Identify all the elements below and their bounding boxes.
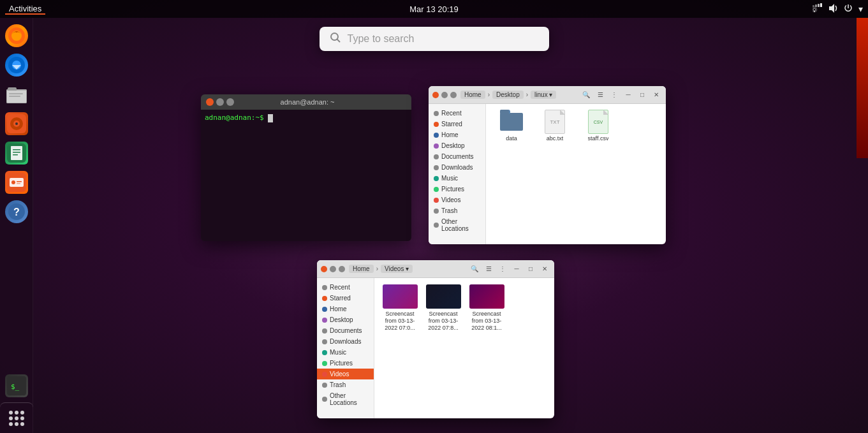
terminal-window: adnan@adnan: ~ adnan@adnan:~$ (201, 94, 411, 241)
breadcrumb-home-1[interactable]: Home (460, 91, 485, 99)
file-item-abc-txt[interactable]: TXT abc.txt (536, 110, 574, 142)
sidebar-home-2[interactable]: Home (317, 304, 374, 314)
files2-max-btn[interactable] (339, 266, 345, 272)
svg-rect-1 (815, 4, 817, 7)
files1-close-icon-btn[interactable]: ✕ (651, 89, 662, 101)
search-icon (330, 32, 341, 46)
sidebar-other-2[interactable]: Other Locations (317, 390, 374, 408)
network-icon[interactable] (813, 3, 823, 15)
sidebar-videos-2[interactable]: Videos (317, 369, 374, 379)
dock-item-rhythmbox[interactable] (4, 111, 29, 136)
sidebar-dot (434, 133, 439, 138)
sidebar-recent-1[interactable]: Recent (429, 108, 485, 119)
terminal-body[interactable]: adnan@adnan:~$ (201, 110, 411, 241)
right-panel-decoration (857, 18, 868, 158)
files1-restore-btn[interactable]: □ (636, 89, 648, 101)
file-item-video-3[interactable]: Screencast from 03-13-2022 08:1... (467, 284, 506, 331)
files2-menu-btn[interactable]: ⋮ (497, 263, 508, 275)
sidebar-documents-1[interactable]: Documents (429, 151, 485, 162)
terminal-maximize-btn[interactable] (226, 98, 234, 106)
system-tray: ▾ (813, 3, 863, 15)
sidebar-music-1[interactable]: Music (429, 173, 485, 184)
svg-text:?: ? (13, 207, 20, 217)
svg-point-6 (814, 11, 815, 12)
sidebar-dot (322, 318, 327, 323)
files2-close-icon-btn[interactable]: ✕ (539, 263, 550, 275)
dock-item-libreoffice[interactable] (4, 140, 29, 166)
files1-breadcrumb: Home › Desktop › linux ▾ (460, 91, 577, 99)
sidebar-downloads-1[interactable]: Downloads (429, 162, 485, 173)
video-3-label: Screencast from 03-13-2022 08:1... (467, 311, 506, 331)
search-bar[interactable]: Type to search (320, 27, 549, 51)
breadcrumb-desktop-1[interactable]: Desktop (492, 91, 524, 99)
dock-item-software[interactable] (4, 170, 29, 195)
svg-point-21 (15, 122, 18, 125)
terminal-minimize-btn[interactable] (216, 98, 224, 106)
files1-menu-btn[interactable]: ⋮ (608, 89, 620, 101)
sidebar-trash-1[interactable]: Trash (429, 205, 485, 216)
dock-item-thunderbird[interactable] (4, 52, 29, 78)
terminal-prompt: adnan@adnan:~$ (205, 114, 268, 122)
files1-close-btn[interactable] (432, 92, 439, 98)
files2-min-btn[interactable] (330, 266, 336, 272)
sidebar-videos-1[interactable]: Videos (429, 194, 485, 205)
files2-sidebar: Recent Starred Home Desktop Documents Do… (317, 278, 374, 418)
staff-csv-icon: CSV (587, 110, 610, 133)
sidebar-trash-2[interactable]: Trash (317, 379, 374, 390)
file-item-video-1[interactable]: Screencast from 03-13-2022 07:0... (381, 284, 419, 331)
terminal-close-btn[interactable] (206, 98, 214, 106)
breadcrumb-videos-2[interactable]: Videos ▾ (381, 265, 413, 273)
activities-button[interactable]: Activities (5, 4, 45, 15)
files2-close-btn[interactable] (321, 266, 327, 272)
sidebar-other-1[interactable]: Other Locations (429, 216, 485, 234)
dock-item-files[interactable] (4, 82, 29, 107)
dock-item-help[interactable]: ? (4, 199, 29, 224)
file-item-video-2[interactable]: Screencast from 03-13-2022 07:8... (424, 284, 462, 331)
search-placeholder: Type to search (348, 33, 415, 45)
breadcrumb-home-2[interactable]: Home (349, 265, 374, 273)
dock: ? $_ (0, 18, 33, 433)
sidebar-recent-2[interactable]: Recent (317, 282, 374, 293)
files2-view-btn[interactable]: ☰ (483, 263, 494, 275)
files2-search-btn[interactable]: 🔍 (469, 263, 480, 275)
files-window-videos: Home › Videos ▾ 🔍 ☰ ⋮ ─ □ ✕ Recent Starr… (317, 260, 554, 418)
dock-item-firefox[interactable] (4, 23, 29, 48)
svg-text:$_: $_ (11, 383, 20, 391)
files2-minimize-btn[interactable]: ─ (511, 263, 522, 275)
sidebar-dot (434, 154, 439, 159)
files1-min-btn[interactable] (441, 92, 448, 98)
files1-view-btn[interactable]: ☰ (594, 89, 606, 101)
sidebar-home-1[interactable]: Home (429, 129, 485, 140)
dock-item-terminal[interactable]: $_ (4, 373, 29, 399)
terminal-title: adnan@adnan: ~ (234, 98, 381, 106)
files1-search-btn[interactable]: 🔍 (580, 89, 592, 101)
files1-body: Recent Starred Home Desktop Documents Do… (429, 104, 666, 244)
sidebar-downloads-2[interactable]: Downloads (317, 336, 374, 347)
system-menu-arrow[interactable]: ▾ (858, 4, 863, 14)
svg-rect-24 (13, 149, 20, 150)
svg-rect-17 (9, 96, 20, 97)
sidebar-dot (434, 111, 439, 116)
sidebar-desktop-2[interactable]: Desktop (317, 314, 374, 325)
sidebar-documents-2[interactable]: Documents (317, 325, 374, 336)
file-item-staff-csv[interactable]: CSV staff.csv (579, 110, 617, 142)
dock-item-show-apps[interactable] (0, 402, 33, 428)
video-thumb-1 (383, 284, 418, 309)
sidebar-dot (434, 198, 439, 203)
sidebar-starred-2[interactable]: Starred (317, 293, 374, 304)
file-item-data[interactable]: data (492, 110, 531, 142)
breadcrumb-linux-1[interactable]: linux ▾ (531, 91, 556, 99)
sidebar-dot (322, 307, 327, 312)
volume-icon[interactable] (828, 3, 838, 15)
files2-window-buttons (321, 266, 345, 272)
sidebar-pictures-1[interactable]: Pictures (429, 184, 485, 194)
power-icon[interactable] (843, 3, 853, 15)
sidebar-desktop-1[interactable]: Desktop (429, 140, 485, 151)
sidebar-starred-1[interactable]: Starred (429, 119, 485, 129)
files1-max-btn[interactable] (450, 92, 457, 98)
files2-restore-btn[interactable]: □ (525, 263, 536, 275)
search-bar-container: Type to search (320, 27, 549, 51)
sidebar-pictures-2[interactable]: Pictures (317, 358, 374, 369)
files1-minimize-btn[interactable]: ─ (622, 89, 634, 101)
sidebar-music-2[interactable]: Music (317, 347, 374, 358)
